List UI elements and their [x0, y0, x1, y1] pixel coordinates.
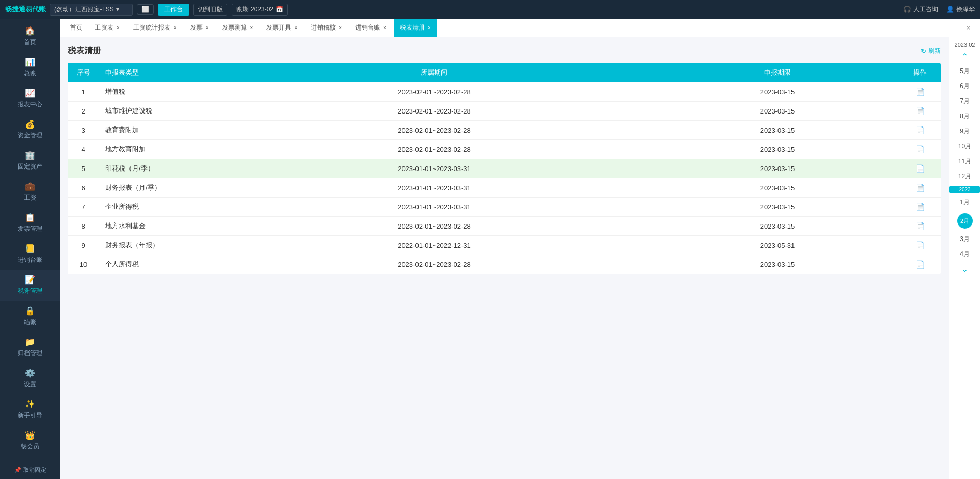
timeline-month-2-active[interactable]: 2月 — [957, 213, 973, 229]
timeline-scroll-up[interactable]: ⌃ — [961, 50, 968, 64]
content-area: 首页 工资表 × 工资统计报表 × 发票 × 发票测算 × 发票开具 × — [60, 19, 980, 479]
cell-type: 财务报表（月/季） — [99, 178, 213, 198]
tab-close-icon[interactable]: × — [339, 25, 342, 31]
tab-invoice[interactable]: 发票 × — [184, 19, 215, 37]
sidebar-item-close[interactable]: 🔒 结账 — [0, 301, 60, 332]
page-header: 税表清册 ↻ 刷新 — [68, 46, 941, 57]
sidebar-item-label: 报表中心 — [18, 100, 42, 109]
timeline-header: 2023.02 — [949, 39, 980, 50]
user-menu[interactable]: 👤 徐泽华 — [946, 5, 975, 14]
sidebar: 🏠 首页 📊 总账 📈 报表中心 💰 资金管理 🏢 固定资产 💼 工资 📋 发票… — [0, 19, 60, 479]
tab-close-icon[interactable]: × — [383, 25, 386, 31]
tab-salary-table[interactable]: 工资表 × — [89, 19, 126, 37]
action-icon[interactable]: 📄 — [916, 184, 925, 192]
app-logo: 畅捷通易代账 — [5, 5, 46, 14]
timeline-month-6[interactable]: 6月 — [949, 79, 980, 94]
cell-action: 📄 — [899, 121, 941, 140]
page-title: 税表清册 — [68, 46, 101, 57]
timeline-month-7[interactable]: 7月 — [949, 94, 980, 109]
cell-period: 2023-01-01~2023-03-31 — [213, 198, 656, 217]
timeline-month-8[interactable]: 8月 — [949, 109, 980, 124]
sidebar-item-settings[interactable]: ⚙️ 设置 — [0, 363, 60, 394]
sidebar-unpin-button[interactable]: 📌 取消固定 — [0, 461, 60, 479]
settings-icon: ⚙️ — [25, 368, 35, 378]
sidebar-item-member[interactable]: 👑 畅会员 — [0, 425, 60, 456]
cell-type: 财务报表（年报） — [99, 236, 213, 255]
tab-home[interactable]: 首页 — [65, 19, 88, 37]
action-icon[interactable]: 📄 — [916, 107, 925, 115]
timeline-scroll-down[interactable]: ⌄ — [961, 262, 968, 276]
tab-tax-list[interactable]: 税表清册 × — [394, 19, 437, 37]
cell-period: 2023-02-01~2023-02-28 — [213, 82, 656, 102]
sidebar-item-archive[interactable]: 📁 归档管理 — [0, 332, 60, 363]
action-icon[interactable]: 📄 — [916, 164, 925, 173]
timeline-month-1[interactable]: 1月 — [949, 195, 980, 210]
tax-table: 序号 申报表类型 所属期间 申报期限 操作 1 增值税 2023-02-01~2… — [68, 63, 941, 274]
sidebar-item-reports[interactable]: 📈 报表中心 — [0, 83, 60, 114]
sidebar-item-funds[interactable]: 💰 资金管理 — [0, 114, 60, 145]
sidebar-item-tax[interactable]: 📝 税务管理 — [0, 270, 60, 301]
action-icon[interactable]: 📄 — [916, 241, 925, 249]
sidebar-item-assets[interactable]: 🏢 固定资产 — [0, 145, 60, 176]
tab-invoice-issue[interactable]: 发票开具 × — [260, 19, 304, 37]
period-selector[interactable]: 账期 2023-02 📅 — [232, 4, 288, 16]
tab-invoice-calc[interactable]: 发票测算 × — [216, 19, 260, 37]
action-icon[interactable]: 📄 — [916, 203, 925, 211]
user-avatar-icon: 👤 — [946, 6, 954, 13]
cell-action: 📄 — [899, 198, 941, 217]
tab-sales-ledger[interactable]: 进销台账 × — [349, 19, 393, 37]
timeline-month-10[interactable]: 10月 — [949, 139, 980, 154]
cell-deadline: 2023-03-15 — [656, 255, 899, 274]
action-icon[interactable]: 📄 — [916, 88, 925, 96]
page-content: 税表清册 ↻ 刷新 序号 申报表类型 所属期间 申报期限 操作 — [60, 37, 949, 479]
sidebar-item-ledger[interactable]: 📊 总账 — [0, 52, 60, 83]
cell-no: 6 — [68, 178, 99, 198]
sidebar-item-label: 进销台账 — [18, 256, 42, 264]
timeline-month-4[interactable]: 4月 — [949, 247, 980, 262]
action-icon[interactable]: 📄 — [916, 260, 925, 269]
copy-button[interactable]: ⬜ — [137, 4, 154, 15]
cell-period: 2023-02-01~2023-02-28 — [213, 140, 656, 159]
timeline-month-3[interactable]: 3月 — [949, 232, 980, 247]
timeline-month-5[interactable]: 5月 — [949, 64, 980, 79]
timeline-curr-months: 1月 2月 3月 4月 — [949, 195, 980, 262]
sidebar-item-guide[interactable]: ✨ 新手引导 — [0, 394, 60, 425]
tab-close-icon[interactable]: × — [250, 25, 253, 31]
timeline-month-9[interactable]: 9月 — [949, 124, 980, 139]
period-value: 2023-02 — [251, 6, 273, 13]
tab-salary-stats[interactable]: 工资统计报表 × — [127, 19, 183, 37]
table-row: 5 印花税（月/季） 2023-01-01~2023-03-31 2023-03… — [68, 159, 941, 178]
tax-icon: 📝 — [25, 275, 35, 285]
close-all-button[interactable]: × — [962, 23, 975, 33]
tab-close-icon[interactable]: × — [294, 25, 297, 31]
cell-action: 📄 — [899, 255, 941, 274]
timeline-month-12[interactable]: 12月 — [949, 169, 980, 184]
cell-no: 10 — [68, 255, 99, 274]
action-icon[interactable]: 📄 — [916, 126, 925, 134]
sidebar-item-sales[interactable]: 📒 进销台账 — [0, 238, 60, 270]
tab-close-icon[interactable]: × — [206, 25, 209, 31]
sidebar-item-salary[interactable]: 💼 工资 — [0, 176, 60, 207]
switch-old-button[interactable]: 切到旧版 — [193, 4, 227, 16]
tab-close-icon[interactable]: × — [117, 25, 120, 31]
ai-consult-button[interactable]: 🎧 人工咨询 — [903, 5, 938, 14]
sidebar-item-invoice[interactable]: 📋 发票管理 — [0, 207, 60, 238]
tab-close-icon[interactable]: × — [428, 25, 431, 31]
content-with-right: 税表清册 ↻ 刷新 序号 申报表类型 所属期间 申报期限 操作 — [60, 37, 980, 479]
cell-type: 增值税 — [99, 82, 213, 102]
action-icon[interactable]: 📄 — [916, 145, 925, 153]
reports-icon: 📈 — [25, 88, 35, 98]
cell-action: 📄 — [899, 178, 941, 198]
tab-close-icon[interactable]: × — [174, 25, 177, 31]
cell-action: 📄 — [899, 140, 941, 159]
action-icon[interactable]: 📄 — [916, 222, 925, 230]
timeline-month-11[interactable]: 11月 — [949, 154, 980, 169]
chevron-down-icon: ▾ — [116, 6, 119, 13]
company-selector[interactable]: (勿动）江西服宝-LSS ▾ — [50, 4, 133, 16]
cell-no: 9 — [68, 236, 99, 255]
workspace-button[interactable]: 工作台 — [158, 4, 189, 16]
sidebar-item-home[interactable]: 🏠 首页 — [0, 21, 60, 52]
tab-sales-audit[interactable]: 进销稽核 × — [305, 19, 348, 37]
cell-period: 2023-02-01~2023-02-28 — [213, 255, 656, 274]
refresh-button[interactable]: ↻ 刷新 — [921, 47, 941, 55]
